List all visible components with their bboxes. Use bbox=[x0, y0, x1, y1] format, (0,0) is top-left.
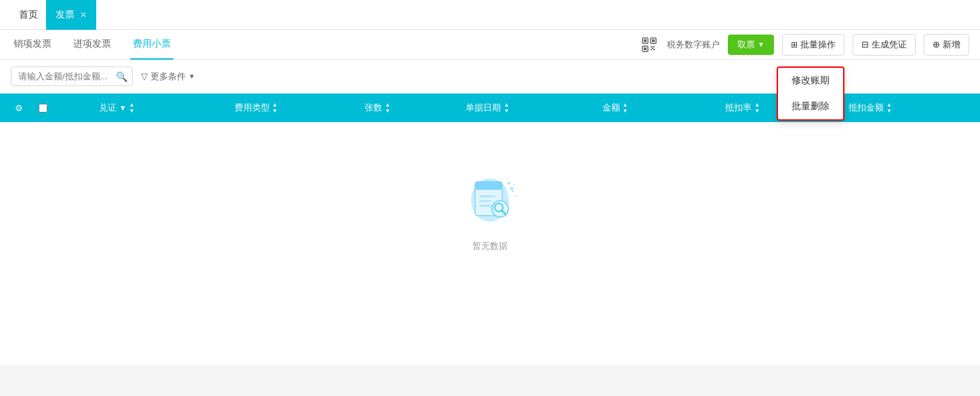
tab-expense-receipt[interactable]: 费用小票 bbox=[130, 30, 173, 60]
search-wrap: 🔍 bbox=[11, 66, 133, 86]
tab-purchase-invoice[interactable]: 进项发票 bbox=[70, 30, 114, 60]
svg-rect-6 bbox=[651, 46, 652, 47]
svg-rect-15 bbox=[479, 200, 491, 202]
th-count-col[interactable]: 张数 ▲ ▼ bbox=[331, 102, 424, 114]
search-icon: 🔍 bbox=[116, 71, 127, 82]
main-content: ⚙ 兑证 ▼ ▲ ▼ 费用类型 ▲ ▼ 张数 ▲ ▼ bbox=[0, 94, 980, 365]
th-deduct-amount-label: 抵扣金额 bbox=[849, 102, 884, 114]
search-input[interactable] bbox=[11, 66, 133, 86]
top-nav: 首页 发票 ✕ bbox=[0, 0, 980, 30]
invoice-tab[interactable]: 发票 ✕ bbox=[46, 0, 96, 30]
th-count-label: 张数 bbox=[365, 102, 382, 114]
svg-rect-14 bbox=[479, 195, 495, 197]
home-tab[interactable]: 首页 bbox=[11, 0, 46, 30]
date-sort: ▲ ▼ bbox=[504, 102, 509, 114]
th-amount-col[interactable]: 金额 ▲ ▼ bbox=[551, 102, 678, 114]
deduct-amount-sort: ▲ ▼ bbox=[886, 102, 892, 114]
sub-nav-right: 税务数字账户 取票 ▼ ⊞ 批量操作 修改账期 批量删除 ⊟ 生成凭证 ⊕ 新增 bbox=[640, 34, 969, 56]
generate-voucher-button[interactable]: ⊟ 生成凭证 bbox=[853, 34, 916, 56]
th-expense-type-col[interactable]: 费用类型 ▲ ▼ bbox=[180, 102, 331, 114]
sub-nav-left: 销项发票 进项发票 费用小票 bbox=[11, 30, 173, 60]
generate-voucher-label: 生成凭证 bbox=[872, 39, 907, 51]
chevron-down-icon: ▼ bbox=[188, 73, 195, 80]
add-new-button[interactable]: ⊕ 新增 bbox=[924, 34, 969, 56]
svg-rect-1 bbox=[644, 39, 647, 42]
th-amount-label: 金额 bbox=[603, 102, 620, 114]
modify-period-item[interactable]: 修改账期 bbox=[778, 68, 843, 94]
qr-code-icon[interactable] bbox=[640, 35, 659, 54]
svg-point-20 bbox=[510, 187, 514, 191]
batch-ops-label: 批量操作 bbox=[800, 39, 836, 51]
svg-rect-10 bbox=[652, 47, 653, 49]
deduct-rate-sort: ▲ ▼ bbox=[754, 102, 760, 114]
empty-text: 暂无数据 bbox=[472, 240, 508, 252]
svg-rect-3 bbox=[652, 39, 655, 42]
th-checkbox[interactable] bbox=[33, 104, 53, 113]
amount-sort: ▲ ▼ bbox=[623, 102, 628, 114]
th-expense-type-label: 费用类型 bbox=[234, 102, 270, 114]
take-ticket-label: 取票 bbox=[737, 39, 755, 51]
count-sort: ▲ ▼ bbox=[385, 102, 390, 114]
select-all-checkbox[interactable] bbox=[39, 104, 47, 113]
batch-delete-item[interactable]: 批量删除 bbox=[778, 94, 843, 119]
svg-point-21 bbox=[515, 195, 517, 197]
take-ticket-button[interactable]: 取票 ▼ bbox=[728, 35, 774, 55]
batch-ops-wrap: ⊞ 批量操作 修改账期 批量删除 bbox=[782, 34, 844, 56]
th-settings[interactable]: ⚙ bbox=[5, 103, 33, 113]
close-icon[interactable]: ✕ bbox=[80, 10, 87, 20]
tab-sales-invoice[interactable]: 销项发票 bbox=[11, 30, 54, 60]
more-conditions-label: 更多条件 bbox=[150, 71, 186, 83]
empty-icon bbox=[456, 163, 524, 231]
invoice-tab-label: 发票 bbox=[56, 9, 75, 21]
svg-point-22 bbox=[508, 182, 510, 184]
batch-ops-button[interactable]: ⊞ 批量操作 bbox=[782, 34, 844, 56]
th-deduct-rate-label: 抵扣率 bbox=[725, 102, 752, 114]
chevron-down-icon: ▼ bbox=[758, 41, 764, 48]
svg-rect-13 bbox=[475, 182, 502, 190]
expense-type-sort: ▲ ▼ bbox=[272, 102, 278, 114]
batch-ops-icon: ⊞ bbox=[791, 40, 798, 50]
svg-rect-5 bbox=[644, 47, 647, 50]
tax-account-button[interactable]: 税务数字账户 bbox=[667, 39, 720, 51]
add-new-label: 新增 bbox=[943, 39, 960, 51]
svg-rect-9 bbox=[653, 49, 655, 50]
th-voucher-col[interactable]: 兑证 ▼ ▲ ▼ bbox=[53, 102, 180, 114]
empty-state: 暂无数据 bbox=[0, 122, 980, 279]
th-voucher-label: 兑证 bbox=[99, 102, 117, 114]
th-voucher-filter-icon: ▼ bbox=[119, 104, 127, 112]
filter-icon: ▽ bbox=[141, 71, 148, 81]
th-date-label: 单据日期 bbox=[466, 102, 501, 114]
svg-rect-7 bbox=[653, 46, 655, 47]
batch-ops-dropdown: 修改账期 批量删除 bbox=[777, 66, 844, 121]
voucher-icon: ⊟ bbox=[861, 39, 869, 50]
th-date-col[interactable]: 单据日期 ▲ ▼ bbox=[424, 102, 551, 114]
sub-nav: 销项发票 进项发票 费用小票 税务数字账户 取票 ▼ bbox=[0, 30, 980, 60]
voucher-sort-arrows: ▲ ▼ bbox=[129, 102, 135, 114]
add-icon: ⊕ bbox=[933, 39, 940, 50]
svg-rect-8 bbox=[651, 49, 652, 50]
more-conditions-button[interactable]: ▽ 更多条件 ▼ bbox=[141, 71, 195, 83]
gear-icon: ⚙ bbox=[15, 103, 23, 113]
svg-point-23 bbox=[514, 184, 515, 185]
